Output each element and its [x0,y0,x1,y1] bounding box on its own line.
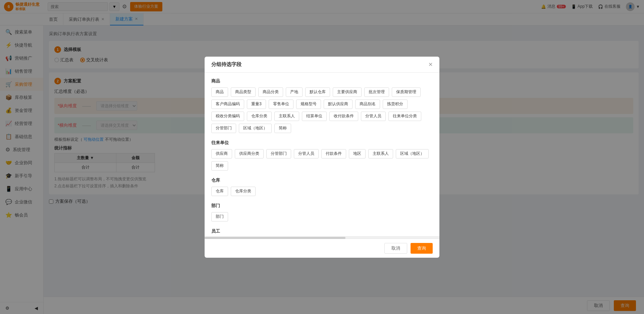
field-tag[interactable]: 收付款条件 [329,112,358,121]
field-tag[interactable]: 规格型号 [296,100,321,109]
field-tag[interactable]: 地区 [349,149,366,159]
field-tag[interactable]: 重量3 [247,100,266,109]
field-tag[interactable]: 往来单位分类 [388,112,421,121]
field-section-title-warehouse: 仓库 [211,177,433,183]
field-tags-partner: 供应商供应商分类分管部门分管人员付款条件地区主联系人区域（地区）简称 [211,149,433,171]
field-tag[interactable]: 批次管理 [364,87,389,97]
field-tag[interactable]: 商品 [211,87,228,97]
modal-footer: 取消 查询 [205,239,439,258]
field-tags-warehouse: 仓库仓库分类 [211,187,433,196]
field-tags-product: 商品商品类型商品分类产地默认仓库主要供应商批次管理保质期管理客户商品编码重量3零… [211,87,433,133]
field-tag[interactable]: 简称 [274,124,291,133]
field-tag[interactable]: 保质期管理 [392,87,421,97]
field-section-product: 商品商品商品类型商品分类产地默认仓库主要供应商批次管理保质期管理客户商品编码重量… [211,78,433,133]
field-section-department: 部门部门 [211,203,433,222]
field-tag[interactable]: 仓库 [211,187,228,196]
field-tag[interactable]: 供应商分类 [235,149,264,159]
field-tag[interactable]: 默认供应商 [324,100,353,109]
modal-cancel-button[interactable]: 取消 [384,243,407,254]
field-tag[interactable]: 分管人员 [361,112,386,121]
modal-overlay: 分组待选字段 ✕ 商品商品商品类型商品分类产地默认仓库主要供应商批次管理保质期管… [0,0,644,314]
field-tag[interactable]: 结算单位 [302,112,327,121]
field-section-title-partner: 往来单位 [211,140,433,146]
field-section-title-product: 商品 [211,78,433,84]
modal-header: 分组待选字段 ✕ [205,57,439,73]
modal-body[interactable]: 商品商品商品类型商品分类产地默认仓库主要供应商批次管理保质期管理客户商品编码重量… [205,73,439,237]
field-section-title-employee: 员工 [211,228,433,234]
modal-scrollbar-x [205,236,439,238]
field-section-employee: 员工业务员 [211,228,433,237]
modal-dialog: 分组待选字段 ✕ 商品商品商品类型商品分类产地默认仓库主要供应商批次管理保质期管… [205,57,439,258]
field-tag[interactable]: 零售单位 [269,100,293,109]
field-tag[interactable]: 仓库分类 [247,112,272,121]
field-tag[interactable]: 商品类型 [231,87,256,97]
modal-close-button[interactable]: ✕ [428,61,433,68]
field-tag[interactable]: 产地 [286,87,303,97]
field-tag[interactable]: 供应商 [211,149,232,159]
field-tag[interactable]: 主要供应商 [333,87,362,97]
field-tag[interactable]: 默认仓库 [305,87,330,97]
field-section-partner: 往来单位供应商供应商分类分管部门分管人员付款条件地区主联系人区域（地区）简称 [211,140,433,171]
field-tag[interactable]: 主联系人 [368,149,393,159]
modal-title: 分组待选字段 [211,61,241,68]
field-tag[interactable]: 仓库分类 [231,187,256,196]
field-tag[interactable]: 分管人员 [294,149,319,159]
field-tag[interactable]: 付款条件 [321,149,346,159]
field-tag[interactable]: 分管部门 [266,149,291,159]
field-tags-department: 部门 [211,212,433,222]
field-tag[interactable]: 税收分类编码 [211,112,244,121]
field-tag[interactable]: 简称 [211,161,228,171]
field-tag[interactable]: 分管部门 [211,124,236,133]
field-tag[interactable]: 客户商品编码 [211,100,244,109]
field-tag[interactable]: 主联系人 [274,112,299,121]
modal-confirm-button[interactable]: 查询 [411,243,433,254]
field-tag[interactable]: 区域（地区） [396,149,429,159]
field-section-title-department: 部门 [211,203,433,209]
field-tag[interactable]: 商品别名 [355,100,380,109]
field-section-warehouse: 仓库仓库仓库分类 [211,177,433,196]
field-tag[interactable]: 商品分类 [258,87,283,97]
field-tag[interactable]: 拣货积分 [383,100,408,109]
modal-scrollbar-thumb [205,237,345,239]
field-tag[interactable]: 部门 [211,212,228,222]
field-tag[interactable]: 区域（地区） [239,124,272,133]
